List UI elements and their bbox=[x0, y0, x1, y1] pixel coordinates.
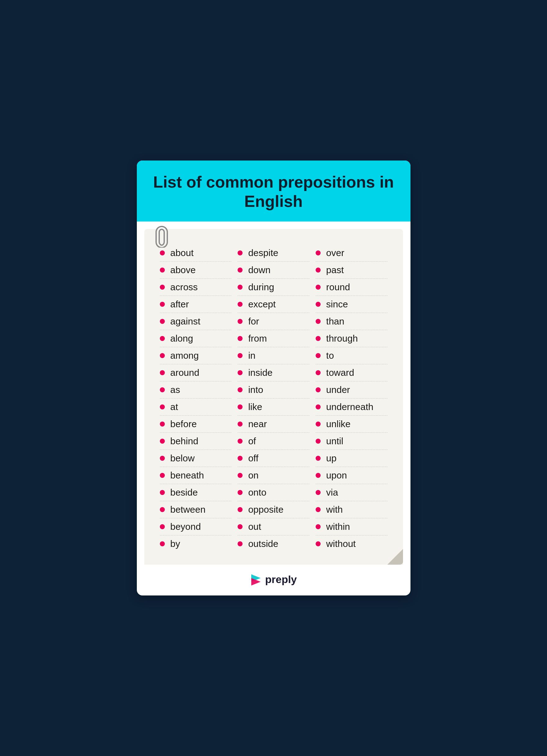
column-2: despite down during except for from in i… bbox=[235, 245, 312, 552]
bullet-icon bbox=[238, 353, 243, 358]
bullet-icon bbox=[160, 541, 165, 546]
list-item: despite bbox=[238, 245, 309, 262]
bullet-icon bbox=[160, 439, 165, 444]
footer: preply bbox=[137, 565, 410, 595]
bullet-icon bbox=[160, 319, 165, 324]
list-item: beside bbox=[160, 484, 232, 501]
list-item: underneath bbox=[315, 399, 387, 416]
list-item: up bbox=[315, 450, 387, 467]
paperclip-icon bbox=[156, 226, 171, 248]
bullet-icon bbox=[315, 250, 320, 255]
list-item: down bbox=[238, 262, 309, 279]
bullet-icon bbox=[315, 387, 320, 392]
list-item: toward bbox=[315, 364, 387, 381]
bullet-icon bbox=[160, 302, 165, 307]
list-item: among bbox=[160, 347, 232, 364]
bullet-icon bbox=[238, 404, 243, 409]
list-item: at bbox=[160, 399, 232, 416]
column-3: over past round since than through to to… bbox=[312, 245, 390, 552]
preply-icon bbox=[250, 574, 262, 586]
bullet-icon bbox=[160, 456, 165, 461]
list-item: on bbox=[238, 467, 309, 484]
list-item: off bbox=[238, 450, 309, 467]
bullet-icon bbox=[315, 473, 320, 478]
bullet-icon bbox=[315, 439, 320, 444]
list-item: out bbox=[238, 518, 309, 535]
fold-corner-decoration bbox=[387, 549, 403, 565]
list-item: around bbox=[160, 364, 232, 381]
list-item: from bbox=[238, 330, 309, 347]
list-item: without bbox=[315, 535, 387, 552]
bullet-icon bbox=[160, 490, 165, 495]
bullet-icon bbox=[238, 285, 243, 290]
bullet-icon bbox=[238, 268, 243, 273]
card-header: List of common prepositions in English bbox=[137, 161, 410, 222]
list-item: with bbox=[315, 501, 387, 518]
list-item: by bbox=[160, 535, 232, 552]
bullet-icon bbox=[160, 507, 165, 512]
bullet-icon bbox=[315, 336, 320, 341]
list-item: outside bbox=[238, 535, 309, 552]
bullet-icon bbox=[315, 524, 320, 529]
bullet-icon bbox=[238, 336, 243, 341]
list-item: to bbox=[315, 347, 387, 364]
list-item: during bbox=[238, 279, 309, 296]
bullet-icon bbox=[315, 541, 320, 546]
list-item: within bbox=[315, 518, 387, 535]
list-item: onto bbox=[238, 484, 309, 501]
preply-logo: preply bbox=[250, 573, 297, 586]
bullet-icon bbox=[238, 250, 243, 255]
bullet-icon bbox=[315, 319, 320, 324]
list-item: than bbox=[315, 313, 387, 330]
list-item: against bbox=[160, 313, 232, 330]
bullet-icon bbox=[315, 507, 320, 512]
list-item: under bbox=[315, 381, 387, 399]
list-item: across bbox=[160, 279, 232, 296]
list-item: beyond bbox=[160, 518, 232, 535]
bullet-icon bbox=[315, 268, 320, 273]
list-item: except bbox=[238, 296, 309, 313]
bullet-icon bbox=[238, 456, 243, 461]
list-item: beneath bbox=[160, 467, 232, 484]
bullet-icon bbox=[160, 353, 165, 358]
bullet-icon bbox=[160, 404, 165, 409]
list-item: between bbox=[160, 501, 232, 518]
bullet-icon bbox=[238, 370, 243, 375]
bullet-icon bbox=[315, 490, 320, 495]
bullet-icon bbox=[160, 285, 165, 290]
bullet-icon bbox=[160, 370, 165, 375]
bullet-icon bbox=[238, 473, 243, 478]
bullet-icon bbox=[160, 336, 165, 341]
bullet-icon bbox=[160, 524, 165, 529]
list-item: past bbox=[315, 262, 387, 279]
list-item: inside bbox=[238, 364, 309, 381]
list-item: round bbox=[315, 279, 387, 296]
bullet-icon bbox=[238, 439, 243, 444]
bullet-icon bbox=[315, 404, 320, 409]
page-title: List of common prepositions in English bbox=[149, 172, 398, 211]
list-item: of bbox=[238, 433, 309, 450]
list-item: like bbox=[238, 399, 309, 416]
list-item: for bbox=[238, 313, 309, 330]
bullet-icon bbox=[238, 490, 243, 495]
bullet-icon bbox=[315, 370, 320, 375]
bullet-icon bbox=[238, 541, 243, 546]
list-item: in bbox=[238, 347, 309, 364]
list-item: along bbox=[160, 330, 232, 347]
list-item: opposite bbox=[238, 501, 309, 518]
list-item: over bbox=[315, 245, 387, 262]
bullet-icon bbox=[238, 422, 243, 427]
bullet-icon bbox=[315, 353, 320, 358]
list-item: after bbox=[160, 296, 232, 313]
preply-brand-text: preply bbox=[265, 573, 297, 586]
list-item: since bbox=[315, 296, 387, 313]
list-item: above bbox=[160, 262, 232, 279]
bullet-icon bbox=[315, 456, 320, 461]
card-body: about above across after against along a… bbox=[144, 229, 403, 565]
list-item: below bbox=[160, 450, 232, 467]
bullet-icon bbox=[315, 285, 320, 290]
bullet-icon bbox=[238, 524, 243, 529]
bullet-icon bbox=[160, 268, 165, 273]
column-1: about above across after against along a… bbox=[157, 245, 235, 552]
list-item: via bbox=[315, 484, 387, 501]
